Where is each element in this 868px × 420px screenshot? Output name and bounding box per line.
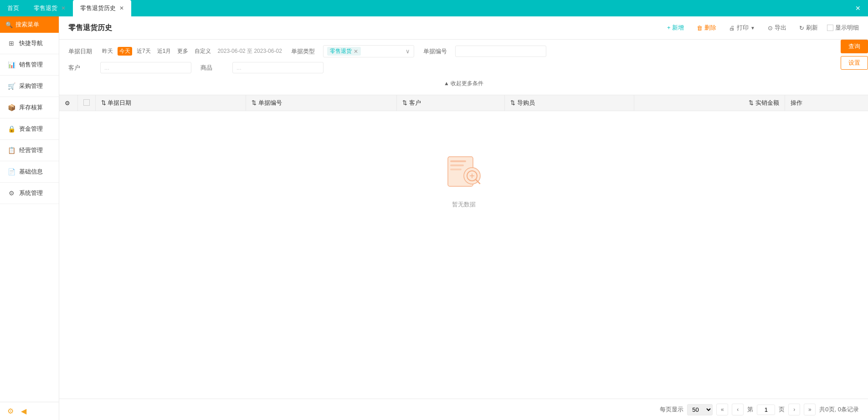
new-button-label: + 新增 xyxy=(667,24,684,32)
sidebar: 🔍 搜索菜单 ⊞ 快捷导航 📊 销售管理 🛒 采购管理 📦 库存核算 🔒 xyxy=(0,16,59,420)
last-page-icon: » xyxy=(808,406,812,413)
select-all-checkbox[interactable] xyxy=(83,99,90,106)
empty-state-text: 暂无数据 xyxy=(452,200,476,209)
svg-rect-1 xyxy=(450,160,466,162)
collapse-sidebar-icon[interactable]: ◀ xyxy=(21,407,26,415)
settings-bottom-icon[interactable]: ⚙ xyxy=(7,407,14,415)
print-button-label: 打印 xyxy=(737,24,749,32)
date-filter-label: 单据日期 xyxy=(68,47,96,56)
filter-row-2: 客户 商品 xyxy=(68,62,859,73)
date-opt-today[interactable]: 今天 xyxy=(118,47,132,56)
data-table: ⚙ ⇅ 单据日期 ⇅ 单据编号 xyxy=(59,95,868,245)
th-date[interactable]: ⇅ 单据日期 xyxy=(95,95,246,111)
inventory-icon: 📦 xyxy=(7,103,15,112)
setting-button[interactable]: 设置 xyxy=(841,56,868,70)
print-icon: 🖨 xyxy=(729,25,735,31)
sidebar-item-quick-nav[interactable]: ⊞ 快捷导航 xyxy=(0,33,59,54)
tab-retail-return-history-close[interactable]: ✕ xyxy=(119,5,124,11)
last-page-btn[interactable]: » xyxy=(804,404,816,415)
sidebar-search-label: 搜索菜单 xyxy=(15,20,39,29)
sidebar-item-inventory-label: 库存核算 xyxy=(19,103,43,112)
tab-bar-close[interactable]: ✕ xyxy=(855,5,861,12)
tab-home-label: 首页 xyxy=(7,4,19,12)
sidebar-bottom: ⚙ ◀ xyxy=(0,402,59,420)
sidebar-item-sales-mgmt[interactable]: 📊 销售管理 xyxy=(0,54,59,76)
th-number[interactable]: ⇅ 单据编号 xyxy=(246,95,397,111)
sidebar-item-inventory[interactable]: 📦 库存核算 xyxy=(0,97,59,118)
tab-home[interactable]: 首页 xyxy=(0,0,26,16)
delete-button-label: 删除 xyxy=(704,24,716,32)
print-button[interactable]: 🖨 打印 ▼ xyxy=(725,22,759,34)
goods-input[interactable] xyxy=(232,62,324,73)
customer-input[interactable] xyxy=(100,62,191,73)
sidebar-item-operations[interactable]: 📋 经营管理 xyxy=(0,140,59,161)
home-icon: ⊞ xyxy=(7,39,15,47)
date-opt-7days[interactable]: 近7天 xyxy=(135,47,153,56)
date-opt-1month[interactable]: 近1月 xyxy=(155,47,173,56)
sidebar-nav: ⊞ 快捷导航 📊 销售管理 🛒 采购管理 📦 库存核算 🔒 资金管理 📋 xyxy=(0,33,59,402)
th-customer[interactable]: ⇅ 客户 xyxy=(397,95,505,111)
print-arrow-icon: ▼ xyxy=(750,26,755,31)
page-size-select[interactable]: 50 100 200 xyxy=(687,404,713,415)
content-area: 零售退货历史 + 新增 🗑 删除 🖨 打印 ▼ ⊙ 导出 xyxy=(59,16,868,420)
export-button[interactable]: ⊙ 导出 xyxy=(764,22,790,34)
sidebar-item-operations-label: 经营管理 xyxy=(19,146,43,154)
page-number-input[interactable] xyxy=(757,405,775,415)
page-header: 零售退货历史 + 新增 🗑 删除 🖨 打印 ▼ ⊙ 导出 xyxy=(59,16,868,40)
first-page-icon: « xyxy=(721,406,724,413)
th-guide-label: ⇅ 导购员 xyxy=(510,99,535,107)
th-amount-label: ⇅ 实销金额 xyxy=(749,99,779,107)
tab-retail-return-close[interactable]: ✕ xyxy=(61,5,66,11)
sidebar-item-system-mgmt[interactable]: ⚙ 系统管理 xyxy=(0,183,59,204)
date-opt-custom[interactable]: 自定义 xyxy=(193,47,213,56)
sidebar-item-purchase-mgmt[interactable]: 🛒 采购管理 xyxy=(0,76,59,97)
page-label: 第 xyxy=(747,405,753,414)
sidebar-item-purchase-label: 采购管理 xyxy=(19,82,43,90)
next-page-btn[interactable]: › xyxy=(788,404,800,415)
th-date-label: ⇅ 单据日期 xyxy=(101,99,132,107)
table-area: ⚙ ⇅ 单据日期 ⇅ 单据编号 xyxy=(59,95,868,399)
th-settings[interactable]: ⚙ xyxy=(59,95,77,111)
th-checkbox[interactable] xyxy=(77,95,95,111)
filter-row-1: 单据日期 昨天 今天 近7天 近1月 更多 自定义 2023-06-02 至 2… xyxy=(68,45,859,57)
date-opt-more[interactable]: 更多 xyxy=(175,47,190,56)
th-guide[interactable]: ⇅ 导购员 xyxy=(505,95,634,111)
sales-icon: 📊 xyxy=(7,61,15,69)
collapse-filter-btn[interactable]: ▲ 收起更多条件 xyxy=(68,78,859,89)
sidebar-search[interactable]: 🔍 搜索菜单 xyxy=(0,16,59,33)
type-tag-close[interactable]: ✕ xyxy=(354,48,358,55)
first-page-btn[interactable]: « xyxy=(716,404,728,415)
filter-action-buttons: 查询 设置 xyxy=(841,40,868,70)
date-opt-yesterday[interactable]: 昨天 xyxy=(100,47,115,56)
query-button[interactable]: 查询 xyxy=(841,40,868,53)
settings-icon[interactable]: ⚙ xyxy=(65,100,70,107)
new-button[interactable]: + 新增 xyxy=(663,22,688,34)
display-detail-toggle[interactable]: 显示明细 xyxy=(827,24,859,32)
goods-filter-group: 商品 xyxy=(200,62,324,73)
type-select-arrow: ∨ xyxy=(406,48,410,55)
sidebar-item-base-info[interactable]: 📄 基础信息 xyxy=(0,161,59,183)
display-detail-checkbox[interactable] xyxy=(827,25,833,31)
export-button-label: 导出 xyxy=(775,24,786,32)
export-icon: ⊙ xyxy=(768,25,773,31)
refresh-button[interactable]: ↻ 刷新 xyxy=(796,22,822,34)
page-unit: 页 xyxy=(779,405,785,414)
selected-type-tag: 零售退货 ✕ xyxy=(327,47,361,56)
voucher-input[interactable] xyxy=(455,46,546,57)
th-amount[interactable]: ⇅ 实销金额 xyxy=(634,95,785,111)
tab-retail-return-label: 零售退货 xyxy=(34,4,57,12)
sidebar-item-finance[interactable]: 🔒 资金管理 xyxy=(0,118,59,140)
tab-retail-return[interactable]: 零售退货 ✕ xyxy=(26,0,73,16)
type-filter-select[interactable]: 零售退货 ✕ ∨ xyxy=(323,45,414,57)
prev-page-btn[interactable]: ‹ xyxy=(732,404,744,415)
prev-page-icon: ‹ xyxy=(737,406,739,413)
refresh-icon: ↻ xyxy=(799,25,804,31)
delete-button[interactable]: 🗑 删除 xyxy=(693,22,720,34)
tab-retail-return-history[interactable]: 零售退货历史 ✕ xyxy=(73,0,131,16)
main-layout: 🔍 搜索菜单 ⊞ 快捷导航 📊 销售管理 🛒 采购管理 📦 库存核算 🔒 xyxy=(0,16,868,420)
sidebar-item-base-info-label: 基础信息 xyxy=(19,168,43,176)
selected-type-text: 零售退货 xyxy=(330,47,352,55)
total-info: 共0页, 0条记录 xyxy=(819,405,859,414)
tab-bar: 首页 零售退货 ✕ 零售退货历史 ✕ ✕ xyxy=(0,0,868,16)
svg-rect-3 xyxy=(450,169,462,170)
